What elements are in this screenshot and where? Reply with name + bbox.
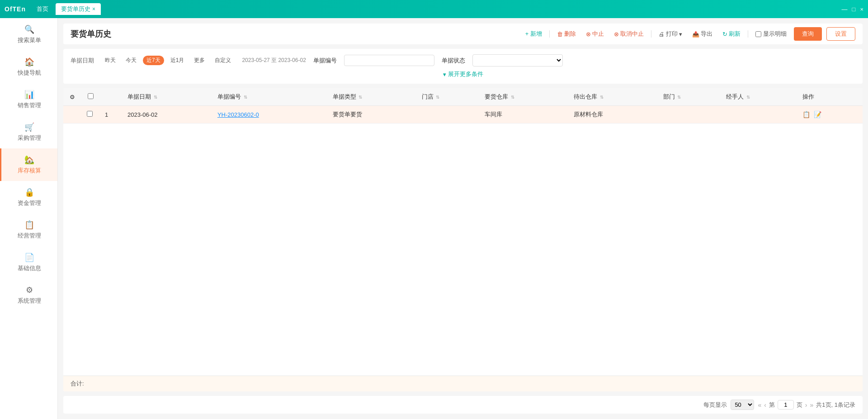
per-page-select[interactable]: 50 100 200 bbox=[731, 400, 754, 410]
sidebar-item-search-menu[interactable]: 🔍 搜索菜单 bbox=[0, 18, 57, 51]
export-button[interactable]: 📤 导出 bbox=[689, 28, 715, 40]
th-order-no[interactable]: 单据编号 ⇅ bbox=[212, 88, 327, 106]
add-button[interactable]: + 新增 bbox=[523, 28, 545, 40]
settings-button[interactable]: 设置 bbox=[826, 27, 855, 41]
sidebar-item-finance-mgmt[interactable]: 🔒 资金管理 bbox=[0, 181, 57, 214]
sidebar-item-purchase-mgmt[interactable]: 🛒 采购管理 bbox=[0, 116, 57, 148]
th-date-sort-icon[interactable]: ⇅ bbox=[154, 95, 157, 100]
th-handler[interactable]: 经手人 ⇅ bbox=[721, 88, 797, 106]
expand-more-btn[interactable]: ▾ 展开更多条件 bbox=[71, 70, 855, 78]
sidebar-item-operations-mgmt[interactable]: 📋 经营管理 bbox=[0, 214, 57, 246]
sidebar-item-quick-nav[interactable]: 🏠 快捷导航 bbox=[0, 51, 57, 83]
th-handler-label: 经手人 bbox=[726, 93, 744, 100]
th-store-sort-icon[interactable]: ⇅ bbox=[436, 95, 439, 100]
minimize-button[interactable]: — bbox=[842, 6, 848, 13]
date-btn-more[interactable]: 更多 bbox=[190, 56, 208, 65]
per-page-label: 每页显示 bbox=[703, 401, 727, 409]
th-checkbox bbox=[81, 88, 99, 106]
date-btn-today[interactable]: 今天 bbox=[122, 56, 140, 65]
th-date[interactable]: 单据日期 ⇅ bbox=[122, 88, 212, 106]
th-operation-label: 操作 bbox=[802, 93, 814, 100]
prev-page-button[interactable]: ‹ bbox=[764, 401, 766, 409]
th-pending-warehouse-label: 待出仓库 bbox=[574, 93, 597, 100]
th-handler-sort-icon[interactable]: ⇅ bbox=[746, 95, 750, 100]
window-close-button[interactable]: × bbox=[860, 6, 863, 13]
page-number-input[interactable]: 1 bbox=[778, 400, 794, 409]
system-mgmt-icon: ⚙ bbox=[26, 285, 33, 295]
pagination-bar: 每页显示 50 100 200 « ‹ 第 1 页 › » 共1页, 1条记录 bbox=[63, 396, 863, 414]
row-checkbox[interactable] bbox=[87, 111, 93, 117]
print-button[interactable]: 🖨 打印 ▾ bbox=[656, 28, 685, 40]
th-settings[interactable]: ⚙ bbox=[63, 88, 81, 106]
sales-mgmt-icon: 📊 bbox=[24, 90, 34, 100]
stop-button[interactable]: ⊗ 中止 bbox=[583, 28, 607, 40]
select-all-checkbox[interactable] bbox=[88, 93, 94, 99]
th-req-warehouse[interactable]: 要货仓库 ⇅ bbox=[479, 88, 568, 106]
row-order-type: 要货单要货 bbox=[333, 111, 362, 118]
delete-label: 删除 bbox=[564, 30, 576, 38]
sidebar-item-sales-mgmt-label: 销售管理 bbox=[18, 101, 41, 110]
finance-mgmt-icon: 🔒 bbox=[24, 187, 34, 197]
th-order-type-sort-icon[interactable]: ⇅ bbox=[359, 95, 362, 100]
view-action-icon[interactable]: 📋 bbox=[802, 111, 810, 118]
row-order-no-link[interactable]: YH-20230602-0 bbox=[217, 111, 259, 118]
first-page-button[interactable]: « bbox=[758, 401, 761, 409]
page-unit: 页 bbox=[797, 401, 802, 409]
tab-order-history[interactable]: 要货单历史 × bbox=[56, 3, 101, 15]
sidebar-item-finance-mgmt-label: 资金管理 bbox=[18, 199, 41, 207]
date-filter-label: 单据日期 bbox=[71, 57, 94, 65]
tab-close-icon[interactable]: × bbox=[92, 6, 95, 12]
th-req-warehouse-sort-icon[interactable]: ⇅ bbox=[511, 95, 514, 100]
expand-more-icon: ▾ bbox=[443, 71, 446, 78]
refresh-button[interactable]: ↻ 刷新 bbox=[720, 28, 743, 40]
th-pending-warehouse-sort-icon[interactable]: ⇅ bbox=[600, 95, 604, 100]
print-label: 打印 bbox=[666, 30, 678, 38]
main-layout: 🔍 搜索菜单 🏠 快捷导航 📊 销售管理 🛒 采购管理 🏡 库存核算 🔒 资金管… bbox=[0, 18, 868, 419]
th-department-sort-icon[interactable]: ⇅ bbox=[677, 95, 681, 100]
sidebar-item-basic-info-label: 基础信息 bbox=[18, 264, 41, 272]
print-icon: 🖨 bbox=[659, 31, 665, 38]
date-btn-7days[interactable]: 近7天 bbox=[143, 56, 164, 65]
sidebar-item-system-mgmt[interactable]: ⚙ 系统管理 bbox=[0, 279, 57, 311]
delete-button[interactable]: 🗑 删除 bbox=[554, 28, 579, 40]
status-select[interactable] bbox=[472, 54, 563, 67]
sidebar: 🔍 搜索菜单 🏠 快捷导航 📊 销售管理 🛒 采购管理 🏡 库存核算 🔒 资金管… bbox=[0, 18, 58, 419]
next-page-button[interactable]: › bbox=[805, 401, 807, 409]
sidebar-item-inventory[interactable]: 🏡 库存核算 bbox=[0, 148, 57, 181]
delete-icon: 🗑 bbox=[557, 31, 563, 38]
orders-table: ⚙ 单据日期 ⇅ 单据编号 ⇅ bbox=[63, 88, 863, 124]
print-dropdown-icon[interactable]: ▾ bbox=[679, 31, 682, 38]
refresh-label: 刷新 bbox=[729, 30, 741, 38]
edit-action-icon[interactable]: 📝 bbox=[814, 111, 821, 118]
order-no-input[interactable] bbox=[344, 55, 434, 66]
toolbar-divider-3 bbox=[748, 30, 748, 38]
date-btn-custom[interactable]: 自定义 bbox=[211, 56, 235, 65]
td-order-no: YH-20230602-0 bbox=[212, 106, 327, 124]
th-order-no-sort-icon[interactable]: ⇅ bbox=[244, 95, 247, 100]
table-row: 1 2023-06-02 YH-20230602-0 要货单要货 bbox=[63, 106, 863, 124]
date-btn-1month[interactable]: 近1月 bbox=[167, 56, 188, 65]
th-store[interactable]: 门店 ⇅ bbox=[416, 88, 480, 106]
cancel-stop-button[interactable]: ⊗ 取消中止 bbox=[611, 28, 646, 40]
date-range-display: 2023-05-27 至 2023-06-02 bbox=[242, 57, 306, 64]
last-page-button[interactable]: » bbox=[810, 401, 814, 409]
maximize-button[interactable]: □ bbox=[852, 6, 856, 13]
sidebar-item-quick-nav-label: 快捷导航 bbox=[18, 69, 41, 77]
date-btn-yesterday[interactable]: 昨天 bbox=[101, 56, 119, 65]
sidebar-item-sales-mgmt[interactable]: 📊 销售管理 bbox=[0, 83, 57, 116]
th-order-type[interactable]: 单据类型 ⇅ bbox=[327, 88, 416, 106]
refresh-icon: ↻ bbox=[722, 31, 727, 38]
page-header: 要货单历史 + 新增 🗑 删除 ⊗ 中止 ⊗ 取消中止 🖨 bbox=[63, 24, 863, 44]
th-pending-warehouse[interactable]: 待出仓库 ⇅ bbox=[568, 88, 657, 106]
tab-home[interactable]: 首页 bbox=[31, 3, 54, 15]
th-order-type-label: 单据类型 bbox=[333, 93, 356, 100]
query-button[interactable]: 查询 bbox=[794, 27, 822, 41]
status-label: 单据状态 bbox=[442, 57, 465, 65]
show-detail-toggle[interactable]: 显示明细 bbox=[753, 28, 789, 40]
td-order-type: 要货单要货 bbox=[327, 106, 416, 124]
summary-label: 合计: bbox=[71, 380, 84, 387]
th-department[interactable]: 部门 ⇅ bbox=[658, 88, 721, 106]
sidebar-item-basic-info[interactable]: 📄 基础信息 bbox=[0, 246, 57, 279]
show-detail-checkbox[interactable] bbox=[755, 31, 761, 37]
table-footer: 合计: bbox=[63, 376, 863, 391]
